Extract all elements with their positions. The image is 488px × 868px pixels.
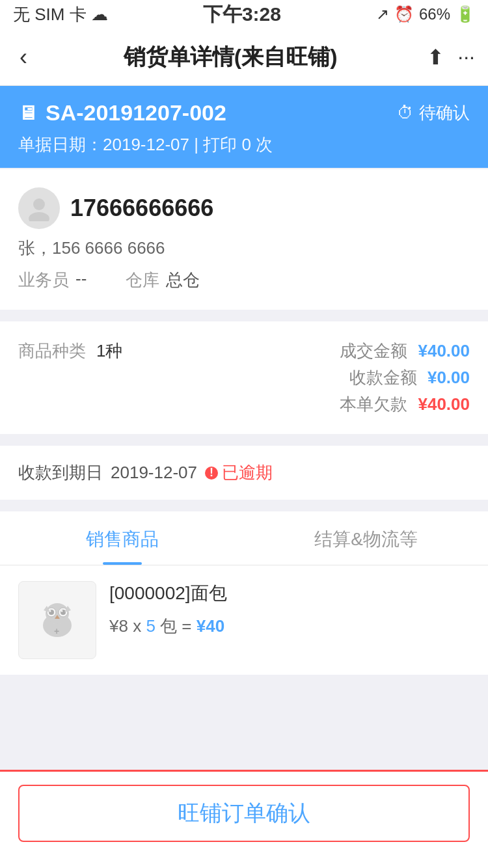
share-button[interactable]: ⬆ xyxy=(427,45,444,70)
customer-phone: 17666666666 xyxy=(70,195,213,222)
battery-level: 66% xyxy=(419,5,450,23)
location-icon: ↗ xyxy=(376,5,389,23)
bottom-bar: 旺铺订单确认 xyxy=(0,770,488,868)
svg-point-9 xyxy=(61,610,63,612)
tabs-bar: 销售商品 结算&物流等 xyxy=(0,511,488,565)
customer-contact: 张，156 6666 6666 xyxy=(18,237,470,260)
product-type: 商品种类 1种 xyxy=(18,340,122,362)
owed-label: 本单欠款 xyxy=(340,393,407,416)
tab-settlement[interactable]: 结算&物流等 xyxy=(244,511,488,565)
status-left: 无 SIM 卡 ☁ xyxy=(13,3,108,26)
transaction-label: 成交金额 xyxy=(340,340,407,362)
transaction-amount: 成交金额 ¥40.00 xyxy=(340,340,470,362)
owl-icon: + xyxy=(34,601,80,640)
price-separator: x xyxy=(133,616,146,636)
warehouse-item: 仓库 总仓 xyxy=(126,269,200,292)
order-status: ⏱ 待确认 xyxy=(397,102,470,124)
status-clock-icon: ⏱ xyxy=(397,103,414,123)
overdue-text: 已逾期 xyxy=(222,461,273,484)
tab-sales-label: 销售商品 xyxy=(86,529,159,549)
due-date-value: 2019-12-07 xyxy=(111,463,197,483)
equals-sign: = xyxy=(182,616,196,636)
unit-price: ¥8 xyxy=(109,616,128,636)
due-date-section: 收款到期日 2019-12-07 ! 已逾期 xyxy=(0,446,488,500)
received-value: ¥0.00 xyxy=(427,368,470,388)
due-date-label: 收款到期日 xyxy=(18,461,103,484)
product-owl-logo: + xyxy=(34,601,80,640)
salesperson-label: 业务员 xyxy=(18,269,69,292)
tabs-section: 销售商品 结算&物流等 xyxy=(0,511,488,675)
svg-point-0 xyxy=(33,198,45,210)
salesperson-value: -- xyxy=(75,269,87,292)
amounts: 成交金额 ¥40.00 收款金额 ¥0.00 本单欠款 ¥40.00 xyxy=(340,340,470,416)
overdue-badge: ! 已逾期 xyxy=(205,461,273,484)
page-title: 销货单详情(来自旺铺) xyxy=(34,42,427,72)
product-unit: 包 xyxy=(160,616,177,636)
status-bar: 无 SIM 卡 ☁ 下午3:28 ↗ ⏰ 66% 🔋 xyxy=(0,0,488,29)
summary-section: 商品种类 1种 成交金额 ¥40.00 收款金额 ¥0.00 本单欠款 ¥40.… xyxy=(0,321,488,434)
product-details: [0000002]面包 ¥8 x 5 包 = ¥40 xyxy=(109,581,470,638)
owed-amount: 本单欠款 ¥40.00 xyxy=(340,393,470,416)
customer-section: 17666666666 张，156 6666 6666 业务员 -- 仓库 总仓 xyxy=(0,169,488,310)
product-thumbnail: + xyxy=(18,581,96,659)
order-icon: 🖥 xyxy=(18,102,38,124)
order-id-text: SA-20191207-002 xyxy=(46,100,226,126)
product-list: + [0000002]面包 ¥8 x 5 包 = ¥40 xyxy=(0,565,488,675)
owed-value: ¥40.00 xyxy=(418,394,470,414)
battery-icon: 🔋 xyxy=(455,5,475,23)
avatar xyxy=(18,187,60,229)
product-type-label: 商品种类 xyxy=(18,340,86,362)
product-qty: 5 xyxy=(146,616,155,636)
nav-bar: ‹ 销货单详情(来自旺铺) ⬆ ··· xyxy=(0,29,488,86)
salesperson-item: 业务员 -- xyxy=(18,269,87,292)
status-time: 下午3:28 xyxy=(203,1,281,28)
tab-sales-products[interactable]: 销售商品 xyxy=(0,511,244,565)
back-button[interactable]: ‹ xyxy=(13,37,34,77)
tab-settlement-label: 结算&物流等 xyxy=(314,529,418,549)
product-name: [0000002]面包 xyxy=(109,581,470,606)
received-amount: 收款金额 ¥0.00 xyxy=(349,366,470,389)
order-header: 🖥 SA-20191207-002 ⏱ 待确认 单据日期：2019-12-07 … xyxy=(0,86,488,168)
svg-text:+: + xyxy=(54,626,59,636)
product-item: + [0000002]面包 ¥8 x 5 包 = ¥40 xyxy=(18,581,470,659)
product-price: ¥8 x 5 包 = ¥40 xyxy=(109,615,470,638)
order-id: 🖥 SA-20191207-002 xyxy=(18,100,226,126)
more-button[interactable]: ··· xyxy=(457,45,475,69)
order-date: 单据日期：2019-12-07 | 打印 0 次 xyxy=(18,133,470,156)
divider-2 xyxy=(0,435,488,446)
user-icon xyxy=(26,195,52,221)
sim-status: 无 SIM 卡 ☁ xyxy=(13,3,108,26)
divider-3 xyxy=(0,501,488,511)
svg-point-1 xyxy=(29,212,49,221)
nav-actions: ⬆ ··· xyxy=(427,45,475,70)
warehouse-value: 总仓 xyxy=(166,269,200,292)
received-label: 收款金额 xyxy=(349,366,417,389)
customer-meta: 业务员 -- 仓库 总仓 xyxy=(18,269,470,292)
overdue-icon: ! xyxy=(205,467,218,480)
order-status-text: 待确认 xyxy=(419,102,470,124)
warehouse-label: 仓库 xyxy=(126,269,159,292)
transaction-value: ¥40.00 xyxy=(418,341,470,361)
status-right: ↗ ⏰ 66% 🔋 xyxy=(376,5,475,23)
product-type-value: 1种 xyxy=(96,340,122,362)
product-total: ¥40 xyxy=(197,616,224,636)
divider-1 xyxy=(0,311,488,321)
alarm-icon: ⏰ xyxy=(394,5,414,23)
confirm-button[interactable]: 旺铺订单确认 xyxy=(18,785,470,842)
